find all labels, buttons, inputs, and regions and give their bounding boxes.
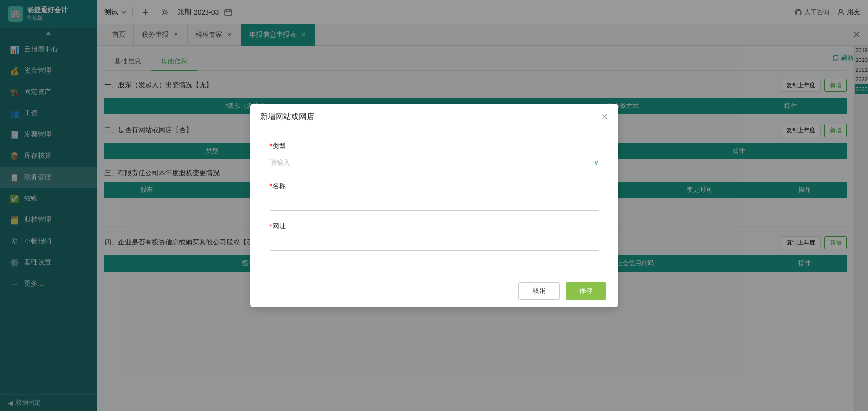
modal-title: 新增网站或网店 (260, 112, 314, 122)
type-input[interactable] (270, 156, 594, 168)
save-button[interactable]: 保存 (566, 282, 606, 300)
modal-overlay: 新增网站或网店 ✕ *类型 ∨ *名称 (0, 0, 868, 411)
name-label: 名称 (272, 182, 286, 190)
name-input-wrapper (270, 197, 599, 211)
type-input-wrapper: ∨ (270, 156, 599, 170)
name-input[interactable] (270, 197, 599, 208)
modal-footer: 取消 保存 (250, 274, 618, 307)
url-input[interactable] (270, 237, 599, 248)
type-dropdown-icon[interactable]: ∨ (594, 158, 599, 166)
form-row-url: *网址 (270, 222, 599, 251)
type-label: 类型 (272, 142, 286, 150)
modal-add-website: 新增网站或网店 ✕ *类型 ∨ *名称 (250, 104, 618, 307)
modal-close-btn[interactable]: ✕ (601, 111, 608, 122)
cancel-button[interactable]: 取消 (518, 282, 560, 300)
modal-body: *类型 ∨ *名称 *网址 (250, 130, 618, 274)
form-row-type: *类型 ∨ (270, 142, 599, 170)
form-row-name: *名称 (270, 182, 599, 211)
url-input-wrapper (270, 237, 599, 251)
url-label: 网址 (272, 222, 286, 230)
modal-header: 新增网站或网店 ✕ (250, 104, 618, 130)
